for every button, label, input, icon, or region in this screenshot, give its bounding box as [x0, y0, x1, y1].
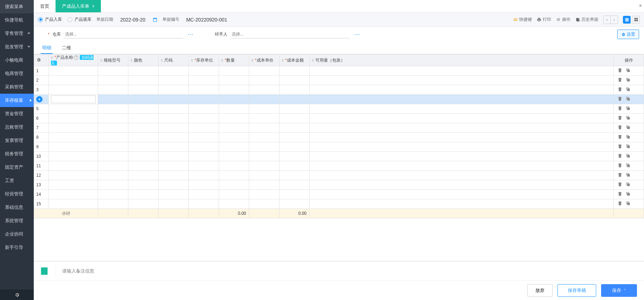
subtab-2d[interactable]: 二维 [60, 43, 72, 54]
cell[interactable] [128, 142, 159, 152]
view-grid-button[interactable] [632, 16, 640, 24]
tab-home[interactable]: 首页 [34, 0, 56, 12]
cell[interactable] [98, 180, 128, 190]
copy-row-icon[interactable] [625, 182, 631, 187]
table-row[interactable]: 15 [34, 199, 644, 209]
history-button[interactable]: 历史单据 [575, 17, 598, 23]
sidebar-item[interactable]: 工资 [0, 174, 34, 187]
cell[interactable] [310, 76, 614, 85]
delete-row-icon[interactable] [617, 115, 623, 120]
sidebar-item[interactable]: 经营管理 [0, 187, 34, 201]
cell[interactable] [249, 142, 279, 152]
copy-row-icon[interactable] [625, 201, 631, 206]
cell[interactable] [249, 85, 279, 95]
col-qty[interactable]: *数量 [219, 55, 249, 66]
table-row[interactable]: 9 [34, 142, 644, 152]
sidebar-item[interactable]: 库存核算 [0, 94, 34, 107]
cell[interactable] [249, 66, 279, 76]
cell[interactable] [98, 133, 128, 142]
cell[interactable] [279, 133, 310, 142]
cell[interactable] [159, 142, 189, 152]
table-row[interactable]: 14 [34, 190, 644, 199]
cell-product-name[interactable] [49, 76, 98, 85]
cell-product-name[interactable] [49, 133, 98, 142]
cell[interactable] [189, 171, 219, 180]
cell[interactable] [159, 123, 189, 133]
cell[interactable] [219, 123, 249, 133]
copy-row-icon[interactable] [625, 87, 631, 92]
table-row[interactable]: 11 [34, 161, 644, 171]
cell[interactable] [189, 66, 219, 76]
cell[interactable] [279, 199, 310, 209]
table-row[interactable]: 7 [34, 123, 644, 133]
cell[interactable] [159, 171, 189, 180]
cell[interactable] [128, 123, 159, 133]
cell[interactable] [98, 76, 128, 85]
cell[interactable] [219, 142, 249, 152]
cell[interactable] [249, 104, 279, 114]
cell[interactable] [159, 199, 189, 209]
cell[interactable] [189, 85, 219, 95]
cell-product-name[interactable] [49, 171, 98, 180]
subtab-detail[interactable]: 明细 [41, 43, 53, 54]
cell[interactable] [310, 142, 614, 152]
cell[interactable] [219, 66, 249, 76]
cell[interactable] [279, 104, 310, 114]
copy-row-icon[interactable] [625, 163, 631, 168]
delete-row-icon[interactable] [617, 201, 623, 206]
cell[interactable] [98, 114, 128, 123]
copy-row-icon[interactable] [625, 96, 631, 101]
cell[interactable] [279, 161, 310, 171]
cell[interactable] [310, 133, 614, 142]
cell[interactable] [219, 180, 249, 190]
cell[interactable] [279, 76, 310, 85]
copy-row-icon[interactable] [625, 68, 631, 73]
delete-row-icon[interactable] [617, 172, 623, 177]
cell[interactable] [310, 104, 614, 114]
help-icon[interactable]: ? [74, 55, 78, 60]
cell[interactable] [249, 199, 279, 209]
cell[interactable] [128, 161, 159, 171]
delete-row-icon[interactable] [617, 87, 623, 92]
col-size[interactable]: 尺码 [159, 55, 189, 66]
cell[interactable] [189, 199, 219, 209]
cell-product-name[interactable] [49, 123, 98, 133]
cell[interactable] [310, 171, 614, 180]
cell[interactable] [159, 76, 189, 85]
cell[interactable] [310, 85, 614, 95]
radio-product-return[interactable]: 产品退库 [67, 17, 91, 23]
sidebar-item[interactable]: 批发管理 [0, 40, 34, 54]
sidebar-item[interactable]: 企业协同 [0, 227, 34, 241]
cell[interactable] [310, 114, 614, 123]
cell-product-name[interactable] [49, 180, 98, 190]
sidebar-item[interactable]: 税务管理 [0, 147, 34, 161]
table-row[interactable]: 10 [34, 152, 644, 161]
cell[interactable] [249, 161, 279, 171]
cell[interactable] [189, 180, 219, 190]
cell[interactable] [128, 85, 159, 95]
copy-row-icon[interactable] [625, 106, 631, 111]
cell[interactable] [249, 123, 279, 133]
cell[interactable] [98, 199, 128, 209]
cell[interactable] [189, 190, 219, 199]
warehouse-more-icon[interactable]: ··· [188, 32, 194, 37]
cell[interactable] [249, 133, 279, 142]
copy-row-icon[interactable] [625, 172, 631, 177]
col-stock-unit[interactable]: *库存单位 [189, 55, 219, 66]
remark-input[interactable] [62, 268, 638, 274]
print-button[interactable]: 打印 [537, 17, 551, 23]
sidebar-item[interactable]: 总账管理 [0, 120, 34, 134]
cell[interactable] [249, 76, 279, 85]
radio-product-in[interactable]: 产品入库 [38, 17, 62, 23]
delete-row-icon[interactable] [617, 106, 623, 111]
cell[interactable] [159, 66, 189, 76]
cell[interactable] [159, 161, 189, 171]
cell[interactable] [310, 152, 614, 161]
cell[interactable] [219, 161, 249, 171]
cell[interactable] [249, 190, 279, 199]
cell[interactable] [159, 180, 189, 190]
cell[interactable] [279, 123, 310, 133]
table-row[interactable]: 5 [34, 104, 644, 114]
cell[interactable] [128, 104, 159, 114]
copy-row-icon[interactable] [625, 191, 631, 196]
